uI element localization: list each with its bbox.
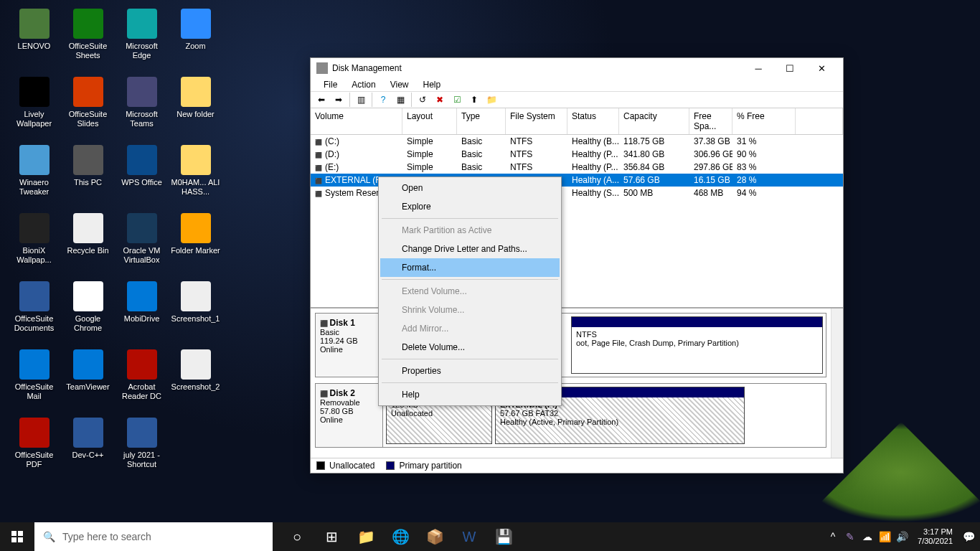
desktop-icon[interactable]: Oracle VM VirtualBox	[115, 212, 169, 280]
search-placeholder: Type here to search	[62, 531, 151, 542]
scrollbar[interactable]	[831, 309, 843, 458]
column-header[interactable]: Free Spa...	[689, 108, 732, 134]
icon-label: Microsoft Edge	[116, 42, 167, 60]
virtualbox-icon[interactable]: 📦	[418, 522, 452, 551]
icon-label: Google Chrome	[62, 314, 113, 333]
column-header[interactable]: Capacity	[619, 108, 689, 134]
refresh-icon[interactable]: ↺	[415, 92, 430, 108]
desktop-icon[interactable]: Google Chrome	[61, 280, 115, 348]
diskmgmt-task-icon[interactable]: 💾	[486, 522, 521, 551]
svg-rect-3	[18, 537, 23, 542]
windows-icon	[11, 531, 23, 542]
minimize-button[interactable]: ─	[743, 58, 774, 78]
explorer-icon[interactable]: 📁	[349, 522, 383, 551]
app-icon	[181, 213, 211, 243]
clock-date: 7/30/2021	[918, 537, 953, 546]
close-button[interactable]: ✕	[806, 58, 837, 78]
taskbar-clock[interactable]: 3:17 PM 7/30/2021	[912, 527, 958, 546]
legend-label: Unallocated	[329, 461, 374, 471]
desktop-icon[interactable]: OfficeSuite Documents	[7, 280, 61, 348]
disk-mgmt-icon	[316, 62, 328, 74]
icon-label: OfficeSuite Documents	[9, 314, 60, 333]
desktop-icon[interactable]: M0HAM... ALI HASS...	[169, 143, 222, 212]
desktop-icon[interactable]: Folder Marker	[169, 212, 222, 280]
maximize-button[interactable]: ☐	[774, 58, 806, 78]
word-icon[interactable]: W	[452, 522, 486, 551]
task-view-icon[interactable]: ⊞	[314, 522, 349, 551]
menu-item[interactable]: Action	[344, 78, 382, 91]
action1-icon[interactable]: ⬆	[466, 92, 482, 108]
desktop-icon[interactable]: Lively Wallpaper	[7, 75, 61, 143]
context-menu-item[interactable]: Open	[380, 179, 560, 197]
desktop-icon[interactable]: WPS Office	[115, 143, 169, 212]
forward-button[interactable]: ➡	[331, 92, 347, 108]
desktop-icon[interactable]: Winaero Tweaker	[7, 143, 61, 212]
desktop-icon[interactable]: Screenshot_2	[169, 348, 222, 416]
window-titlebar[interactable]: Disk Management ─ ☐ ✕	[311, 58, 843, 78]
taskbar-search[interactable]: 🔍 Type here to search	[34, 522, 273, 551]
column-header[interactable]: File System	[506, 108, 567, 134]
context-menu-item[interactable]: Change Drive Letter and Paths...	[380, 240, 560, 258]
icon-label: Acrobat Reader DC	[116, 382, 167, 401]
context-menu-item: Shrink Volume...	[380, 301, 560, 319]
desktop-icon[interactable]: Screenshot_1	[169, 280, 222, 348]
menu-item[interactable]: View	[383, 78, 416, 91]
desktop-icon[interactable]: New folder	[169, 75, 222, 143]
delete-icon[interactable]: ✖	[432, 92, 448, 108]
column-header[interactable]: Type	[457, 108, 506, 134]
desktop-icon[interactable]: Microsoft Teams	[115, 75, 169, 143]
menu-item[interactable]: Help	[416, 78, 448, 91]
desktop-icon[interactable]: Acrobat Reader DC	[115, 348, 169, 416]
start-button[interactable]	[0, 522, 34, 551]
context-menu-item[interactable]: Help	[380, 385, 560, 404]
desktop-icon[interactable]: OfficeSuite Slides	[61, 75, 115, 143]
app-icon	[127, 145, 157, 175]
tray-chevron-icon[interactable]: ^	[826, 522, 840, 551]
context-menu-item[interactable]: Explore	[380, 197, 560, 216]
volume-row[interactable]: (E:)SimpleBasicNTFSHealthy (P...356.84 G…	[311, 161, 843, 174]
desktop-icon[interactable]: TeamViewer	[61, 348, 115, 416]
volume-row[interactable]: (D:)SimpleBasicNTFSHealthy (P...341.80 G…	[311, 148, 843, 161]
task-icons: ○ ⊞ 📁 🌐 📦 W 💾	[280, 522, 521, 551]
notifications-icon[interactable]: 💬	[961, 522, 976, 551]
context-menu-item[interactable]: Delete Volume...	[380, 338, 560, 357]
tray-wifi-icon[interactable]: 📶	[877, 522, 892, 551]
column-header[interactable]: Status	[567, 108, 619, 134]
icon-label: OfficeSuite Slides	[62, 110, 113, 128]
settings-icon[interactable]: ▦	[392, 92, 408, 108]
desktop-icon[interactable]: LENOVO	[7, 7, 61, 75]
legend-swatch	[386, 461, 395, 470]
help-icon[interactable]: ?	[375, 92, 391, 108]
partition[interactable]: NTFSoot, Page File, Crash Dump, Primary …	[571, 316, 823, 374]
desktop-icon[interactable]: Zoom	[169, 7, 222, 75]
disk-info[interactable]: Disk 1Basic119.24 GBOnline	[316, 314, 383, 377]
desktop-icon[interactable]: OfficeSuite Mail	[7, 348, 61, 416]
desktop-icon[interactable]: Recycle Bin	[61, 212, 115, 280]
action2-icon[interactable]: 📁	[484, 92, 499, 108]
properties-icon[interactable]: ☑	[449, 92, 465, 108]
chrome-icon[interactable]: 🌐	[383, 522, 418, 551]
tray-app1-icon[interactable]: ✎	[843, 522, 857, 551]
toolbar: ⬅ ➡ ▥ ? ▦ ↺ ✖ ☑ ⬆ 📁	[311, 92, 843, 108]
tray-cloud-icon[interactable]: ☁	[860, 522, 875, 551]
volume-row[interactable]: (C:)SimpleBasicNTFSHealthy (B...118.75 G…	[311, 135, 843, 148]
context-menu-item[interactable]: Format...	[380, 258, 560, 277]
menu-item[interactable]: File	[316, 78, 344, 91]
show-hide-button[interactable]: ▥	[353, 92, 369, 108]
desktop-icon[interactable]: OfficeSuite Sheets	[61, 7, 115, 75]
desktop-icon[interactable]: Microsoft Edge	[115, 7, 169, 75]
column-header[interactable]: Layout	[402, 108, 457, 134]
context-menu-item[interactable]: Properties	[380, 362, 560, 380]
back-button[interactable]: ⬅	[314, 92, 329, 108]
desktop-icon[interactable]: BioniX Wallpap...	[7, 212, 61, 280]
desktop-icon[interactable]: OfficeSuite PDF	[7, 416, 61, 484]
desktop-icon[interactable]: MobiDrive	[115, 280, 169, 348]
disk-info[interactable]: Disk 2Removable57.80 GBOnline	[316, 384, 383, 447]
cortana-icon[interactable]: ○	[280, 522, 314, 551]
desktop-icon[interactable]: This PC	[61, 143, 115, 212]
column-header[interactable]: % Free	[732, 108, 796, 134]
tray-volume-icon[interactable]: 🔊	[895, 522, 909, 551]
desktop-icon[interactable]: Dev-C++	[61, 416, 115, 484]
desktop-icon[interactable]: july 2021 - Shortcut	[115, 416, 169, 484]
column-header[interactable]: Volume	[311, 108, 402, 134]
